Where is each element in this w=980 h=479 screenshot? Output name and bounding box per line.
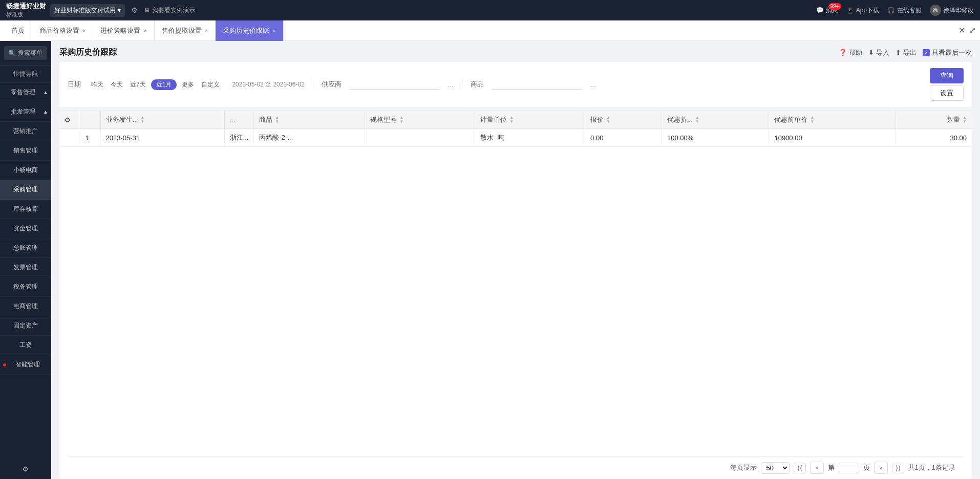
sort-icon[interactable]: ▲▼ [509,116,514,124]
sidebar-item-general-ledger[interactable]: 总账管理 [0,238,51,258]
col-unit[interactable]: 计量单位 ▲▼ [475,111,585,129]
sidebar-search-area: 🔍 搜索菜单 [0,41,51,66]
sort-icon[interactable]: ▲▼ [399,116,403,124]
cell-unit: 散水 吨 [475,129,585,147]
table-row: 1 2023-05-31 浙江... 丙烯酸-2-... 散水 吨 0.00 1… [59,129,972,147]
app-download-button[interactable]: 📱 App下载 [846,6,879,15]
cell-supplier: 浙江... [224,129,254,147]
first-page-button[interactable]: ⟨⟨ [794,463,806,473]
sort-icon[interactable]: ▲▼ [695,116,699,124]
col-biz-date[interactable]: 业务发生... ▲▼ [100,111,224,129]
date-opt-last7[interactable]: 近7天 [128,79,148,90]
user-menu[interactable]: 徐 徐泽华修改 [930,5,974,16]
sidebar-item-ecommerce-small[interactable]: 小畅电商 [0,161,51,180]
col-price[interactable]: 报价 ▲▼ [585,111,662,129]
sidebar-item-marketing[interactable]: 营销推广 [0,122,51,141]
sort-icon[interactable]: ▲▼ [810,116,814,124]
page-size-select[interactable]: 50 20 100 200 [761,462,790,474]
col-spec[interactable]: 规格型号 ▲▼ [365,111,475,129]
cell-index: 1 [80,129,100,147]
export-button[interactable]: ⬆ 导出 [896,48,917,57]
help-link[interactable]: ❓ 帮助 [839,48,862,57]
import-button[interactable]: ⬇ 导入 [868,48,889,57]
goods-filter-label: 商品 [471,80,484,89]
date-opt-last1month[interactable]: 近1月 [151,79,177,90]
sidebar-item-invoice[interactable]: 发票管理 [0,258,51,277]
page-number-input[interactable]: 1 [839,463,859,473]
date-opt-custom[interactable]: 自定义 [199,79,222,90]
date-range-display: 2023-05-02 至 2023-06-02 [232,80,304,89]
close-icon[interactable]: × [143,28,146,34]
sidebar-item-retail[interactable]: 零售管理 ▲ [0,83,51,102]
sidebar-item-inventory[interactable]: 库存核算 [0,200,51,219]
sidebar-item-ecommerce[interactable]: 电商管理 [0,297,51,316]
version-selector[interactable]: 好业财标准版交付试用 ▾ [50,4,125,17]
monitor-icon: 🖥 [144,7,150,14]
settings-button[interactable]: 设置 [930,85,964,101]
date-opt-yesterday[interactable]: 昨天 [89,79,105,90]
only-last-checkbox[interactable]: ✓ 只看最后一次 [923,48,972,57]
next-page-button[interactable]: ＞ [874,462,888,474]
sidebar-item-quick-nav[interactable]: 快捷导航 [0,66,51,83]
avatar: 徐 [930,5,941,16]
close-icon[interactable]: × [205,28,208,34]
query-button[interactable]: 查询 [930,68,964,83]
goods-more-icon[interactable]: ... [590,81,596,89]
maximize-icon[interactable]: ⤢ [969,26,976,35]
supplier-more-icon[interactable]: ... [448,81,454,89]
main-layout: 🔍 搜索菜单 快捷导航 零售管理 ▲ 批发管理 ▲ 营销推广 销售管理 小畅电商… [0,41,980,479]
tab-purchase-strategy[interactable]: 进价策略设置 × [93,20,154,41]
topbar: 畅捷通好业财 标准版 好业财标准版交付试用 ▾ ⚙ 🖥 我要看实例演示 💬 消息… [0,0,980,20]
page-title: 采购历史价跟踪 [59,47,117,58]
page-label-prefix: 第 [828,463,835,472]
tabbar: 首页 商品价格设置 × 进价策略设置 × 售价提取设置 × 采购历史价跟踪 × … [0,20,980,41]
message-button[interactable]: 💬 消息 99+ [816,6,838,15]
col-more[interactable]: ... [224,111,254,129]
col-gear[interactable]: ⚙ [59,111,80,129]
sidebar-item-payroll[interactable]: 工资 [0,336,51,355]
goods-input[interactable] [492,79,582,90]
cell-gear [59,129,80,147]
supplier-input[interactable] [350,79,440,90]
sidebar-item-finance[interactable]: 资金管理 [0,219,51,238]
headset-icon: 🎧 [887,7,895,14]
date-opt-today[interactable]: 今天 [109,79,125,90]
last-page-button[interactable]: ⟩⟩ [892,463,904,473]
sidebar-item-tax[interactable]: 税务管理 [0,277,51,297]
tab-price[interactable]: 商品价格设置 × [32,20,93,41]
col-goods[interactable]: 商品 ▲▼ [254,111,365,129]
tab-purchase-history[interactable]: 采购历史价跟踪 × [216,20,283,41]
close-icon[interactable]: × [272,28,275,34]
gear-icon[interactable]: ⚙ [129,4,140,16]
col-pre-discount-price[interactable]: 优惠前单价 ▲▼ [769,111,896,129]
sort-icon[interactable]: ▲▼ [275,116,279,124]
sort-icon[interactable]: ▲▼ [963,116,967,124]
sort-icon[interactable]: ▲▼ [140,116,144,124]
cell-goods: 丙烯酸-2-... [254,129,365,147]
filter-area: 日期 昨天 今天 近7天 近1月 更多 自定义 2023-05-02 至 202… [59,62,972,107]
tab-home[interactable]: 首页 [4,20,32,41]
close-window-icon[interactable]: ✕ [958,26,965,35]
import-icon: ⬇ [868,49,874,56]
sidebar-item-smart[interactable]: 智能管理 [0,355,51,375]
prev-page-button[interactable]: ＜ [810,462,824,474]
search-menu-button[interactable]: 🔍 搜索菜单 [4,46,47,60]
sidebar-item-sales[interactable]: 销售管理 [0,141,51,161]
table-wrapper: ⚙ 业务发生... ▲▼ ... [59,111,972,456]
sidebar-gear-button[interactable]: ⚙ [0,459,51,479]
sidebar-item-purchase[interactable]: 采购管理 [0,180,51,200]
demo-button[interactable]: 🖥 我要看实例演示 [144,6,195,15]
chevron-icon: ▲ [43,90,48,95]
online-service-button[interactable]: 🎧 在线客服 [887,6,922,15]
tab-sale-price[interactable]: 售价提取设置 × [155,20,216,41]
sidebar-item-fixed-assets[interactable]: 固定资产 [0,316,51,336]
col-qty[interactable]: 数量 ▲▼ [896,111,972,129]
cell-qty: 30.00 [896,129,972,147]
date-opt-more[interactable]: 更多 [180,79,196,90]
sidebar-item-wholesale[interactable]: 批发管理 ▲ [0,102,51,122]
dot-indicator [3,363,6,366]
app-logo: 畅捷通好业财 标准版 [6,2,46,18]
sort-icon[interactable]: ▲▼ [606,116,610,124]
col-discount[interactable]: 优惠折... ▲▼ [662,111,769,129]
close-icon[interactable]: × [82,28,86,34]
